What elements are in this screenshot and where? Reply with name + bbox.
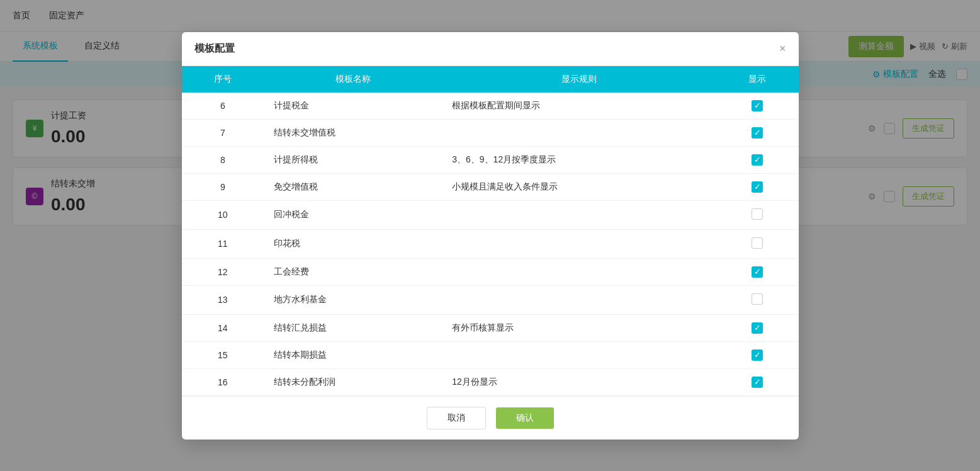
table-row: 8计提所得税3、6、9、12月按季度显示 (182, 146, 799, 173)
table-row: 7结转未交增值税 (182, 119, 799, 146)
row-rule (442, 341, 716, 368)
row-index: 11 (182, 229, 264, 258)
row-checkbox-6[interactable] (752, 100, 763, 111)
template-config-dialog: 模板配置 × 序号 模板名称 显示规则 显示 6计提税金根据模板配置期间显示7结… (182, 32, 799, 440)
row-index: 8 (182, 146, 264, 173)
row-checkbox-cell (716, 119, 799, 146)
dialog-header: 模板配置 × (182, 32, 799, 66)
row-checkbox-cell (716, 258, 799, 285)
table-header: 序号 模板名称 显示规则 显示 (182, 66, 799, 93)
row-rule (442, 200, 716, 229)
row-rule: 3、6、9、12月按季度显示 (442, 146, 716, 173)
row-name: 计提所得税 (264, 146, 442, 173)
table-row: 14结转汇兑损益有外币核算显示 (182, 314, 799, 341)
row-name: 免交增值税 (264, 173, 442, 200)
row-rule: 有外币核算显示 (442, 314, 716, 341)
row-rule (442, 119, 716, 146)
row-checkbox-9[interactable] (752, 181, 763, 193)
row-name: 工会经费 (264, 258, 442, 285)
row-checkbox-13[interactable] (752, 293, 763, 305)
row-checkbox-cell (716, 146, 799, 173)
row-rule: 根据模板配置期间显示 (442, 93, 716, 120)
table-row: 9免交增值税小规模且满足收入条件显示 (182, 173, 799, 200)
row-checkbox-14[interactable] (752, 322, 763, 334)
table-row: 15结转本期损益 (182, 341, 799, 368)
dialog-close-button[interactable]: × (779, 43, 786, 54)
table-row: 16结转未分配利润12月份显示 (182, 368, 799, 395)
table-body: 6计提税金根据模板配置期间显示7结转未交增值税8计提所得税3、6、9、12月按季… (182, 93, 799, 396)
table-row: 12工会经费 (182, 258, 799, 285)
table-row: 10回冲税金 (182, 200, 799, 229)
row-checkbox-cell (716, 341, 799, 368)
col-header-display: 显示 (716, 66, 799, 93)
row-index: 13 (182, 285, 264, 314)
row-checkbox-cell (716, 173, 799, 200)
row-checkbox-10[interactable] (752, 208, 763, 220)
row-name: 地方水利基金 (264, 285, 442, 314)
row-name: 回冲税金 (264, 200, 442, 229)
row-checkbox-cell (716, 200, 799, 229)
col-header-rule: 显示规则 (442, 66, 716, 93)
row-rule: 小规模且满足收入条件显示 (442, 173, 716, 200)
row-checkbox-12[interactable] (752, 266, 763, 278)
row-checkbox-cell (716, 285, 799, 314)
row-name: 计提税金 (264, 93, 442, 120)
row-rule (442, 229, 716, 258)
row-checkbox-16[interactable] (752, 377, 763, 388)
row-name: 印花税 (264, 229, 442, 258)
dialog-title: 模板配置 (194, 42, 235, 55)
row-index: 16 (182, 368, 264, 395)
row-name: 结转汇兑损益 (264, 314, 442, 341)
row-checkbox-cell (716, 229, 799, 258)
confirm-button[interactable]: 确认 (496, 407, 554, 429)
dialog-footer: 取消 确认 (182, 396, 799, 440)
row-rule (442, 285, 716, 314)
row-index: 10 (182, 200, 264, 229)
row-index: 14 (182, 314, 264, 341)
row-checkbox-cell (716, 93, 799, 120)
row-index: 9 (182, 173, 264, 200)
row-index: 12 (182, 258, 264, 285)
row-checkbox-8[interactable] (752, 154, 763, 166)
row-checkbox-11[interactable] (752, 237, 763, 249)
row-name: 结转未交增值税 (264, 119, 442, 146)
row-index: 6 (182, 93, 264, 120)
row-checkbox-15[interactable] (752, 349, 763, 361)
row-index: 15 (182, 341, 264, 368)
modal-overlay: 模板配置 × 序号 模板名称 显示规则 显示 6计提税金根据模板配置期间显示7结… (0, 0, 980, 471)
config-table: 序号 模板名称 显示规则 显示 6计提税金根据模板配置期间显示7结转未交增值税8… (182, 66, 799, 396)
row-checkbox-7[interactable] (752, 127, 763, 139)
cancel-button[interactable]: 取消 (427, 407, 486, 429)
table-row: 13地方水利基金 (182, 285, 799, 314)
row-checkbox-cell (716, 314, 799, 341)
row-rule: 12月份显示 (442, 368, 716, 395)
table-row: 11印花税 (182, 229, 799, 258)
col-header-name: 模板名称 (264, 66, 442, 93)
col-header-index: 序号 (182, 66, 264, 93)
dialog-body: 序号 模板名称 显示规则 显示 6计提税金根据模板配置期间显示7结转未交增值税8… (182, 66, 799, 396)
row-rule (442, 258, 716, 285)
row-name: 结转未分配利润 (264, 368, 442, 395)
row-checkbox-cell (716, 368, 799, 395)
row-name: 结转本期损益 (264, 341, 442, 368)
table-row: 6计提税金根据模板配置期间显示 (182, 93, 799, 120)
row-index: 7 (182, 119, 264, 146)
